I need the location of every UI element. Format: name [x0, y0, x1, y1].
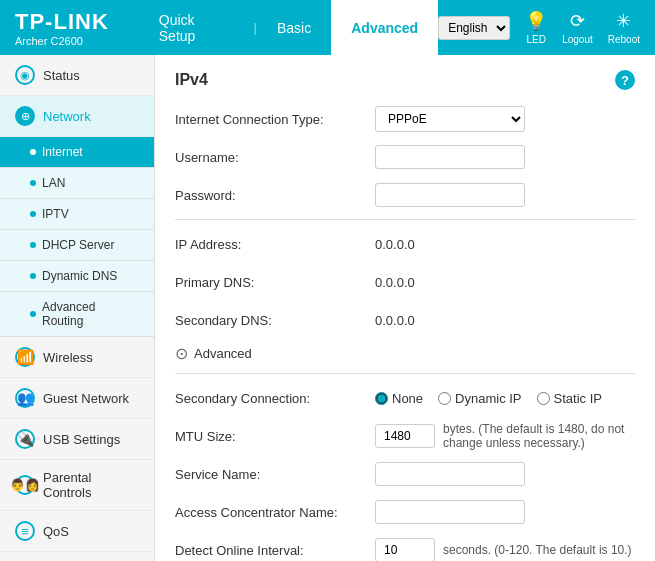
wireless-icon: 📶	[15, 347, 35, 367]
adv-routing-dot	[30, 311, 36, 317]
service-name-row: Service Name:	[175, 460, 635, 488]
secondary-conn-row: Secondary Connection: None Dynamic IP St…	[175, 384, 635, 412]
reboot-icon: ✳	[616, 10, 631, 32]
sidebar-item-qos[interactable]: ≡ QoS	[0, 511, 154, 552]
access-conc-row: Access Concentrator Name:	[175, 498, 635, 526]
header: TP-LINK Archer C2600 Quick Setup | Basic…	[0, 0, 655, 55]
detect-interval-input[interactable]	[375, 538, 435, 561]
password-row: Password:	[175, 181, 635, 209]
sidebar: ◉ Status ⊕ Network Internet LAN IPTV DHC…	[0, 55, 155, 561]
qos-icon: ≡	[15, 521, 35, 541]
parental-icon: 👨‍👩	[15, 475, 35, 495]
led-button[interactable]: 💡 LED	[525, 10, 547, 45]
led-icon: 💡	[525, 10, 547, 32]
username-row: Username:	[175, 143, 635, 171]
nav-tabs: Quick Setup | Basic Advanced	[139, 0, 438, 55]
secondary-conn-none-label: None	[392, 391, 423, 406]
primary-dns-row: Primary DNS: 0.0.0.0	[175, 268, 635, 296]
secondary-conn-none[interactable]: None	[375, 391, 423, 406]
sidebar-label-parental: Parental Controls	[43, 470, 139, 500]
divider-1	[175, 219, 635, 220]
secondary-dns-value: 0.0.0.0	[375, 313, 415, 328]
lan-dot	[30, 180, 36, 186]
sidebar-item-parental[interactable]: 👨‍👩 Parental Controls	[0, 460, 154, 511]
mtu-note: bytes. (The default is 1480, do not chan…	[443, 422, 635, 450]
nav-quick-setup[interactable]: Quick Setup	[139, 0, 254, 55]
ip-address-row: IP Address: 0.0.0.0	[175, 230, 635, 258]
led-label: LED	[526, 34, 545, 45]
section-title-area: IPv4 ?	[175, 70, 635, 90]
sidebar-label-iptv: IPTV	[42, 207, 69, 221]
access-conc-input[interactable]	[375, 500, 525, 524]
primary-dns-value: 0.0.0.0	[375, 275, 415, 290]
username-label: Username:	[175, 150, 375, 165]
nav-basic[interactable]: Basic	[257, 0, 331, 55]
mtu-input[interactable]	[375, 424, 435, 448]
service-name-input[interactable]	[375, 462, 525, 486]
language-select[interactable]: English	[438, 16, 510, 40]
sidebar-item-dhcp[interactable]: DHCP Server	[0, 230, 154, 261]
secondary-conn-static-radio[interactable]	[537, 392, 550, 405]
ip-address-label: IP Address:	[175, 237, 375, 252]
secondary-conn-dynamic-label: Dynamic IP	[455, 391, 521, 406]
secondary-conn-static-label: Static IP	[554, 391, 602, 406]
connection-type-select[interactable]: PPPoE	[375, 106, 525, 132]
password-input[interactable]	[375, 183, 525, 207]
help-icon[interactable]: ?	[615, 70, 635, 90]
sidebar-label-status: Status	[43, 68, 80, 83]
secondary-conn-dynamic-radio[interactable]	[438, 392, 451, 405]
sidebar-item-ddns[interactable]: Dynamic DNS	[0, 261, 154, 292]
sidebar-item-iptv[interactable]: IPTV	[0, 199, 154, 230]
main-content: IPv4 ? Internet Connection Type: PPPoE U…	[155, 55, 655, 561]
secondary-conn-none-radio[interactable]	[375, 392, 388, 405]
sidebar-item-lan[interactable]: LAN	[0, 168, 154, 199]
logout-icon: ⟳	[570, 10, 585, 32]
sidebar-item-wireless[interactable]: 📶 Wireless	[0, 337, 154, 378]
sidebar-item-usb[interactable]: 🔌 USB Settings	[0, 419, 154, 460]
sidebar-item-network[interactable]: ⊕ Network	[0, 96, 154, 137]
secondary-dns-label: Secondary DNS:	[175, 313, 375, 328]
password-label: Password:	[175, 188, 375, 203]
sidebar-label-wireless: Wireless	[43, 350, 93, 365]
divider-2	[175, 373, 635, 374]
detect-interval-label: Detect Online Interval:	[175, 543, 375, 558]
username-input[interactable]	[375, 145, 525, 169]
logout-button[interactable]: ⟳ Logout	[562, 10, 593, 45]
logo-area: TP-LINK Archer C2600	[15, 9, 109, 47]
nav-sep: |	[254, 20, 257, 35]
sidebar-item-guest[interactable]: 👥 Guest Network	[0, 378, 154, 419]
primary-dns-label: Primary DNS:	[175, 275, 375, 290]
detect-interval-note: seconds. (0-120. The default is 10.)	[443, 543, 632, 557]
sidebar-item-status[interactable]: ◉ Status	[0, 55, 154, 96]
sidebar-label-usb: USB Settings	[43, 432, 120, 447]
connection-type-label: Internet Connection Type:	[175, 112, 375, 127]
logo-tp: TP-LINK	[15, 9, 109, 35]
sidebar-label-adv-routing: Advanced Routing	[42, 300, 139, 328]
sidebar-label-internet: Internet	[42, 145, 83, 159]
detect-interval-row: Detect Online Interval: seconds. (0-120.…	[175, 536, 635, 561]
connection-type-row: Internet Connection Type: PPPoE	[175, 105, 635, 133]
reboot-label: Reboot	[608, 34, 640, 45]
sidebar-item-security[interactable]: 🔒 Security	[0, 552, 154, 561]
sidebar-label-ddns: Dynamic DNS	[42, 269, 117, 283]
ddns-dot	[30, 273, 36, 279]
advanced-toggle[interactable]: ⊙ Advanced	[175, 344, 635, 363]
nav-advanced[interactable]: Advanced	[331, 0, 438, 55]
secondary-conn-dynamic[interactable]: Dynamic IP	[438, 391, 521, 406]
ip-address-value: 0.0.0.0	[375, 237, 415, 252]
logout-label: Logout	[562, 34, 593, 45]
reboot-button[interactable]: ✳ Reboot	[608, 10, 640, 45]
sidebar-label-dhcp: DHCP Server	[42, 238, 114, 252]
dhcp-dot	[30, 242, 36, 248]
mtu-label: MTU Size:	[175, 429, 375, 444]
secondary-conn-static[interactable]: Static IP	[537, 391, 602, 406]
status-icon: ◉	[15, 65, 35, 85]
layout: ◉ Status ⊕ Network Internet LAN IPTV DHC…	[0, 55, 655, 561]
sidebar-item-adv-routing[interactable]: Advanced Routing	[0, 292, 154, 337]
sidebar-item-internet[interactable]: Internet	[0, 137, 154, 168]
advanced-toggle-label: Advanced	[194, 346, 252, 361]
secondary-dns-row: Secondary DNS: 0.0.0.0	[175, 306, 635, 334]
secondary-conn-radio-group: None Dynamic IP Static IP	[375, 391, 602, 406]
service-name-label: Service Name:	[175, 467, 375, 482]
header-right: English 💡 LED ⟳ Logout ✳ Reboot	[438, 10, 640, 45]
